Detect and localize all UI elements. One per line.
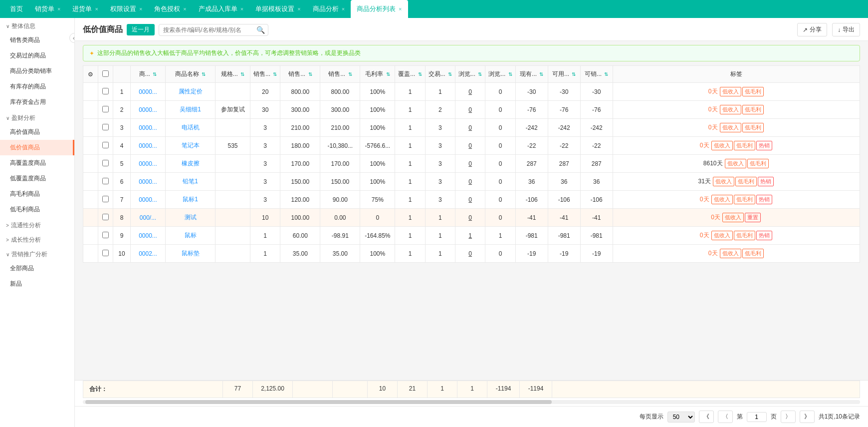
close-purchase-icon[interactable]: × <box>95 6 98 12</box>
row-checkbox[interactable] <box>102 124 109 130</box>
horizontal-scrollbar[interactable] <box>83 400 860 404</box>
product-code[interactable]: 0000... <box>131 101 166 119</box>
view-link[interactable]: 1 <box>468 232 472 239</box>
nav-purchase[interactable]: 进货单 × <box>66 0 104 18</box>
product-code[interactable]: 0000... <box>131 227 166 245</box>
row-checkbox-cell[interactable] <box>98 209 113 227</box>
col-view2[interactable]: 浏览... ⇅ <box>485 66 515 83</box>
sidebar-section-flow[interactable]: > 流通性分析 <box>0 217 74 232</box>
search-input[interactable] <box>159 24 268 36</box>
row-checkbox[interactable] <box>102 196 109 202</box>
row-checkbox[interactable] <box>102 232 109 238</box>
sidebar-item-low-coverage[interactable]: 低覆盖度商品 <box>0 171 74 186</box>
sidebar-item-sales-products[interactable]: 销售类商品 <box>0 32 74 48</box>
col-view1-val[interactable]: 0 <box>455 245 485 263</box>
nav-permission[interactable]: 权限设置 × <box>104 0 148 18</box>
filter-period-button[interactable]: 近一月 <box>127 24 155 35</box>
first-page-button[interactable]: 《 <box>699 411 714 423</box>
col-trade[interactable]: 交易... ⇅ <box>425 66 455 83</box>
col-name[interactable]: 商品名称 ⇅ <box>166 66 216 83</box>
close-permission-icon[interactable]: × <box>139 6 142 12</box>
nav-template[interactable]: 单据模板设置 × <box>249 0 306 18</box>
row-checkbox[interactable] <box>102 106 109 112</box>
row-checkbox[interactable] <box>102 178 109 184</box>
col-view1-val[interactable]: 0 <box>455 191 485 209</box>
view-link[interactable]: 0 <box>468 214 472 221</box>
col-sales1[interactable]: 销售... ⇅ <box>250 66 280 83</box>
col-available[interactable]: 可用... ⇅ <box>548 66 580 83</box>
product-name[interactable]: 铅笔1 <box>166 173 216 191</box>
product-name[interactable]: 笔记本 <box>166 137 216 155</box>
sidebar-section-marketing[interactable]: ∨ 营销推广分析 <box>0 246 74 261</box>
share-button[interactable]: ↗ 分享 <box>797 23 827 36</box>
product-code[interactable]: 0000... <box>131 83 166 101</box>
col-view1[interactable]: 浏览... ⇅ <box>455 66 485 83</box>
col-spec[interactable]: 规格... ⇅ <box>216 66 250 83</box>
view-link[interactable]: 0 <box>468 250 472 257</box>
product-name[interactable]: 鼠标1 <box>166 191 216 209</box>
col-view1-val[interactable]: 0 <box>455 119 485 137</box>
view-link[interactable]: 0 <box>468 124 472 131</box>
sidebar-section-profit[interactable]: ∨ 盈财分析 <box>0 110 74 124</box>
col-coverage[interactable]: 覆盖... ⇅ <box>395 66 425 83</box>
page-size-select[interactable]: 50 100 200 <box>667 412 695 423</box>
row-checkbox-cell[interactable] <box>98 155 113 173</box>
next-page-button[interactable]: 〉 <box>781 411 796 423</box>
close-product-in-icon[interactable]: × <box>240 6 243 12</box>
row-checkbox-cell[interactable] <box>98 245 113 263</box>
product-name[interactable]: 吴细细1 <box>166 101 216 119</box>
sidebar-section-growth[interactable]: > 成长性分析 <box>0 232 74 246</box>
view-link[interactable]: 0 <box>468 106 472 113</box>
nav-product-analysis[interactable]: 商品分析 × <box>307 0 351 18</box>
product-code[interactable]: 0000... <box>131 173 166 191</box>
row-checkbox-cell[interactable] <box>98 83 113 101</box>
sidebar-item-low-value[interactable]: 低价值商品 <box>0 140 74 155</box>
product-name[interactable]: 鼠标 <box>166 227 216 245</box>
col-code[interactable]: 商... ⇅ <box>131 66 166 83</box>
close-sales-icon[interactable]: × <box>57 6 60 12</box>
view-link[interactable]: 0 <box>468 88 472 95</box>
close-analysis-list-icon[interactable]: × <box>399 6 402 12</box>
nav-product-in[interactable]: 产成品入库单 × <box>193 0 249 18</box>
col-checkbox-header[interactable] <box>98 66 113 83</box>
sidebar-item-all-products[interactable]: 全部商品 <box>0 261 74 276</box>
sidebar-item-traded[interactable]: 交易过的商品 <box>0 48 74 63</box>
col-view1-val[interactable]: 0 <box>455 137 485 155</box>
view-link[interactable]: 0 <box>468 160 472 167</box>
close-role-icon[interactable]: × <box>183 6 186 12</box>
col-view1-val[interactable]: 0 <box>455 209 485 227</box>
export-button[interactable]: ↓ 导出 <box>832 23 860 36</box>
row-checkbox-cell[interactable] <box>98 101 113 119</box>
col-margin[interactable]: 毛利率 ⇅ <box>360 66 395 83</box>
col-view1-val[interactable]: 0 <box>455 155 485 173</box>
close-analysis-icon[interactable]: × <box>342 6 345 12</box>
sidebar-item-stock-capital[interactable]: 库存资金占用 <box>0 94 74 110</box>
row-checkbox[interactable] <box>102 88 109 94</box>
col-view1-val[interactable]: 0 <box>455 101 485 119</box>
row-checkbox-cell[interactable] <box>98 173 113 191</box>
product-code[interactable]: 000/... <box>131 209 166 227</box>
prev-page-button[interactable]: 〈 <box>718 411 733 423</box>
row-checkbox-cell[interactable] <box>98 191 113 209</box>
product-name[interactable]: 属性定价 <box>166 83 216 101</box>
row-checkbox[interactable] <box>102 142 109 148</box>
product-code[interactable]: 0000... <box>131 137 166 155</box>
product-code[interactable]: 0000... <box>131 119 166 137</box>
col-view1-val[interactable]: 0 <box>455 83 485 101</box>
sidebar-item-high-coverage[interactable]: 高覆盖度商品 <box>0 155 74 171</box>
nav-home[interactable]: 首页 <box>4 0 29 18</box>
view-link[interactable]: 0 <box>468 142 472 149</box>
sidebar-item-in-stock[interactable]: 有库存的商品 <box>0 79 74 94</box>
product-code[interactable]: 0000... <box>131 155 166 173</box>
sidebar-item-low-profit[interactable]: 低毛利商品 <box>0 202 74 217</box>
product-name[interactable]: 电话机 <box>166 119 216 137</box>
row-checkbox-cell[interactable] <box>98 119 113 137</box>
row-checkbox-cell[interactable] <box>98 227 113 245</box>
product-name[interactable]: 橡皮擦 <box>166 155 216 173</box>
product-code[interactable]: 0000... <box>131 191 166 209</box>
product-code[interactable]: 0002... <box>131 245 166 263</box>
col-settings[interactable]: ⚙ <box>83 66 98 83</box>
sidebar-item-high-value[interactable]: 高价值商品 <box>0 124 74 140</box>
row-checkbox[interactable] <box>102 160 109 166</box>
sidebar-item-category-rate[interactable]: 商品分类助销率 <box>0 63 74 79</box>
